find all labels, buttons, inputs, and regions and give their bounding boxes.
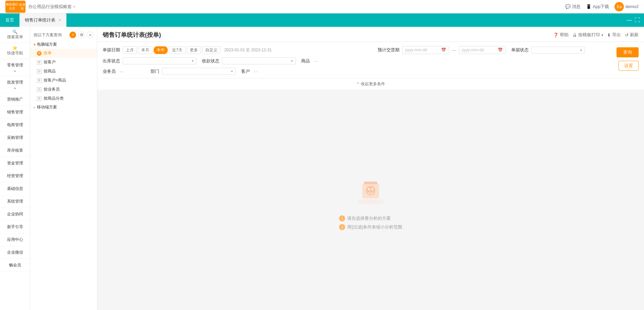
tab-sales-order-stats[interactable]: 销售订单统计表 ×: [19, 13, 66, 27]
date-btn-more[interactable]: 更多: [187, 46, 201, 54]
tab-close-icon[interactable]: ×: [59, 18, 61, 22]
sidebar-item-marketing[interactable]: 营销推广: [0, 93, 30, 106]
print-button[interactable]: 🖨 按模板打印 ▾: [573, 32, 603, 38]
date-btn-custom[interactable]: 自定义: [202, 46, 220, 54]
retail-label: 零售管理: [7, 62, 23, 68]
tip-num-2: 2: [339, 224, 345, 230]
empty-tip-2: 2 用[过滤]条件来缩小分析范围: [339, 224, 402, 230]
empty-illustration: [351, 170, 391, 210]
scheme-icon: 员: [37, 87, 42, 92]
wholesale-arrow-icon: ▴: [14, 86, 16, 90]
expected-date-to-input[interactable]: yyyy-mm-dd 📅: [459, 46, 506, 54]
export-button[interactable]: ⬇ 导出: [607, 32, 621, 38]
date-btn-this-month[interactable]: 本月: [138, 46, 152, 54]
sidebar-search[interactable]: 🔍 搜索菜单: [0, 27, 30, 43]
date-btn-7days[interactable]: 近7天: [169, 46, 185, 54]
dept-select[interactable]: ▾: [162, 68, 236, 75]
empty-tip-1: 1 请先选择要分析的方案: [339, 215, 402, 221]
add-scheme-button[interactable]: +: [69, 32, 76, 38]
scheme-active-icon: 按: [37, 51, 42, 56]
filter-goods-item: 商品 ···: [301, 58, 319, 64]
avatar: Ea: [614, 2, 624, 11]
breadcrumb[interactable]: 办公用品行业模拟账套 ▾: [28, 4, 75, 10]
retail-arrow-icon: ▴: [14, 69, 16, 72]
ship-status-select[interactable]: ▾: [123, 57, 197, 64]
sidebar-item-system[interactable]: 系统管理: [0, 195, 30, 208]
edit-scheme-button[interactable]: ⚙: [78, 32, 85, 38]
collect-caret-icon: ▾: [291, 59, 293, 63]
scheme-by-customer[interactable]: 客 按客户: [30, 58, 97, 67]
date-shortcut-group: 上月 本月 本年 近7天 更多 自定义: [123, 46, 220, 54]
collect-status-select[interactable]: ▾: [222, 57, 296, 64]
scheme-by-salesman[interactable]: 员 按业务员: [30, 85, 97, 94]
query-button[interactable]: 查询: [616, 47, 639, 57]
print-dropdown-icon: ▾: [601, 33, 603, 37]
help-button[interactable]: ❓ 帮助: [553, 32, 569, 38]
scheme-by-goods-category[interactable]: 类 按商品分类: [30, 94, 97, 103]
sidebar: 🔍 搜索菜单 ⭐ 快捷导航 零售管理 ▴ 批发管理 ▴ 营销推广 销售管理 电商…: [0, 27, 30, 310]
message-button[interactable]: 💬 消息: [565, 4, 581, 10]
customer-more-button[interactable]: ···: [253, 69, 259, 74]
filter-expected-date-item: 预计交货期 yyyy-mm-dd 📅 — yyyy-mm-dd 📅: [378, 46, 506, 54]
sidebar-item-inventory[interactable]: 库存核算: [0, 144, 30, 157]
filter-row-3: 业务员 ··· 部门 ▾ 客户: [103, 68, 585, 75]
dept-caret-icon: ▾: [231, 69, 233, 73]
scheme-by-order[interactable]: 按 按单: [30, 49, 97, 58]
topbar: 畅捷通好生意 标准版 办公用品行业模拟账套 ▾ 💬 消息 📱 App下载 Ea …: [0, 0, 644, 13]
sidebar-item-wechat[interactable]: 企业微信: [0, 246, 30, 259]
svg-point-4: [368, 188, 370, 190]
sidebar-quick-nav[interactable]: ⭐ 快捷导航: [0, 43, 30, 59]
filter-collect-status-item: 收款状态 ▾: [202, 57, 296, 64]
expected-date-from-input[interactable]: yyyy-mm-dd 📅: [402, 46, 449, 54]
breadcrumb-arrow-icon: ▾: [73, 4, 75, 9]
scheme-icon: 客: [37, 78, 42, 83]
sidebar-item-retail[interactable]: 零售管理 ▴: [0, 59, 30, 76]
tab-home[interactable]: 首页: [0, 13, 19, 27]
salesman-more-button[interactable]: ···: [118, 69, 125, 74]
filter-dept-item: 部门 ▾: [151, 68, 236, 75]
date-range-display: 2023-01-01 至 2023-12-31: [224, 47, 272, 53]
page-header-actions: ❓ 帮助 🖨 按模板打印 ▾ ⬇ 导出 ↺ 刷新: [553, 32, 639, 38]
date-btn-last-month[interactable]: 上月: [123, 46, 137, 54]
collapse-panel-button[interactable]: «: [87, 32, 94, 38]
collapse-icon: ⌃: [356, 82, 360, 87]
pc-section-header[interactable]: ▾ 电脑端方案: [30, 40, 97, 49]
goods-more-button[interactable]: ···: [313, 58, 319, 64]
left-panel-actions: + ⚙ «: [69, 32, 94, 38]
setting-button[interactable]: 设置: [619, 61, 639, 71]
search-icon: 🔍: [12, 30, 17, 34]
sidebar-item-ecommerce[interactable]: 电商管理: [0, 119, 30, 132]
date-btn-this-year[interactable]: 本年: [154, 46, 168, 54]
scheme-icon: 品: [37, 69, 42, 74]
main-layout: 🔍 搜索菜单 ⭐ 快捷导航 零售管理 ▴ 批发管理 ▴ 营销推广 销售管理 电商…: [0, 27, 644, 310]
topbar-left: 畅捷通好生意 标准版 办公用品行业模拟账套 ▾: [5, 1, 75, 13]
sidebar-item-basic-info[interactable]: 基础信息: [0, 183, 30, 195]
status-select[interactable]: ▾: [531, 47, 585, 54]
scheme-by-goods[interactable]: 品 按商品: [30, 67, 97, 76]
collapse-button[interactable]: ⌃ 收起更多条件: [356, 81, 385, 87]
sidebar-item-membership[interactable]: 畅会员: [0, 259, 30, 272]
refresh-button[interactable]: ↺ 刷新: [625, 32, 639, 38]
phone-icon: 📱: [586, 4, 591, 9]
scheme-by-customer-goods[interactable]: 客 按客户+商品: [30, 76, 97, 85]
minimize-icon[interactable]: —: [627, 17, 632, 23]
logo: 畅捷通好生意 标准版: [5, 1, 25, 13]
sidebar-item-sales[interactable]: 销售管理: [0, 106, 30, 119]
app-download-button[interactable]: 📱 App下载: [586, 4, 609, 10]
sidebar-item-wholesale[interactable]: 批发管理 ▴: [0, 76, 30, 93]
sidebar-item-finance[interactable]: 资金管理: [0, 157, 30, 170]
mobile-section-header[interactable]: ▸ 移动端方案: [30, 103, 97, 111]
sidebar-item-enterprise-collab[interactable]: 企业协同: [0, 208, 30, 221]
user-menu[interactable]: Ea demo2: [614, 2, 639, 11]
sidebar-item-app-center[interactable]: 应用中心: [0, 234, 30, 246]
maximize-icon[interactable]: ⛶: [635, 17, 640, 23]
sidebar-item-new-user[interactable]: 新手引导: [0, 221, 30, 234]
filter-customer-item: 客户 ···: [241, 68, 259, 74]
collapse-row: ⌃ 收起更多条件: [103, 78, 639, 90]
filter-container: 单据日期 上月 本月 本年 近7天 更多 自定义: [97, 42, 644, 90]
filter-row-1: 单据日期 上月 本月 本年 近7天 更多 自定义: [103, 46, 585, 54]
sidebar-item-purchase[interactable]: 采购管理: [0, 132, 30, 144]
content-area: 按以下方案查询 + ⚙ « ▾ 电脑端方案 按: [30, 27, 644, 310]
svg-point-5: [371, 188, 373, 190]
sidebar-item-operations[interactable]: 经营管理: [0, 170, 30, 183]
